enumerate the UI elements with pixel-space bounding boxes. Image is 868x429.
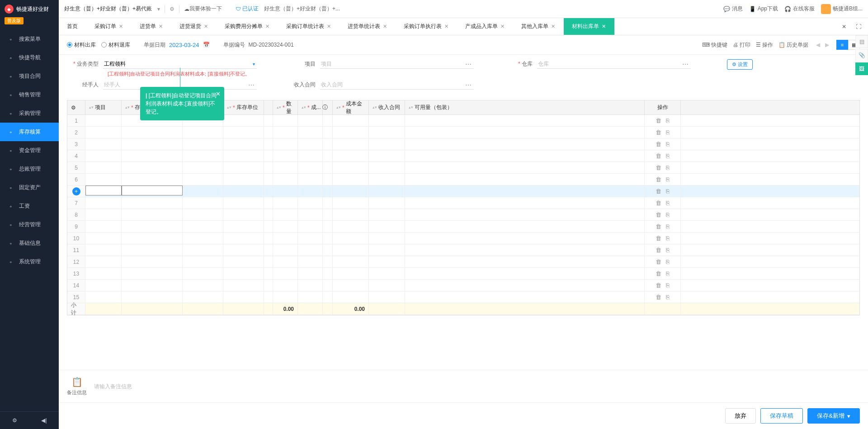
cell[interactable]: [223, 221, 264, 232]
save-new-button[interactable]: 保存&新增 ▾: [807, 408, 860, 424]
cell[interactable]: [223, 268, 264, 279]
cell[interactable]: [85, 197, 122, 209]
cell-edit[interactable]: [122, 186, 183, 195]
cell[interactable]: [183, 209, 223, 220]
cell[interactable]: [323, 221, 333, 232]
delete-icon[interactable]: 🗑: [656, 141, 661, 148]
close-icon[interactable]: ✕: [383, 24, 387, 29]
copy-icon[interactable]: ⎘: [666, 223, 670, 230]
chevron-down-icon[interactable]: ▾: [253, 62, 255, 67]
cell[interactable]: [273, 221, 298, 232]
tab[interactable]: 首页: [59, 18, 86, 35]
cell[interactable]: [405, 291, 645, 303]
delete-icon[interactable]: 🗑: [656, 211, 661, 218]
copy-icon[interactable]: ⎘: [666, 294, 670, 300]
cell[interactable]: [369, 256, 405, 267]
cell[interactable]: [369, 233, 405, 244]
sidebar-item-info[interactable]: ▫基础信息: [0, 234, 59, 253]
cell[interactable]: [323, 268, 333, 279]
cell[interactable]: [122, 127, 183, 138]
cell[interactable]: [264, 115, 273, 126]
sidebar-item-salary[interactable]: ▫工资: [0, 197, 59, 215]
copy-icon[interactable]: ⎘: [666, 235, 670, 242]
delete-icon[interactable]: 🗑: [656, 258, 661, 265]
cell[interactable]: [369, 186, 405, 197]
cell[interactable]: [369, 209, 405, 220]
cell[interactable]: [264, 174, 273, 185]
cell[interactable]: [323, 233, 333, 244]
col-amount[interactable]: ▴▾*成本金额: [333, 100, 369, 114]
abandon-button[interactable]: 放弃: [725, 408, 756, 424]
cell[interactable]: [298, 268, 323, 279]
cell[interactable]: [183, 197, 223, 209]
cell[interactable]: [405, 256, 645, 267]
cell[interactable]: [298, 115, 323, 126]
cell[interactable]: [333, 221, 369, 232]
cell[interactable]: [323, 186, 333, 197]
close-all-icon[interactable]: ✕: [838, 21, 850, 33]
cell[interactable]: [323, 127, 333, 138]
cell[interactable]: [405, 138, 645, 150]
cell[interactable]: [333, 244, 369, 256]
cell[interactable]: [223, 138, 264, 150]
cell[interactable]: [122, 174, 183, 185]
cell[interactable]: [85, 162, 122, 173]
settings-button[interactable]: ⚙ 设置: [727, 59, 753, 70]
table-row[interactable]: 8🗑⎘: [67, 209, 859, 221]
cell[interactable]: [323, 150, 333, 162]
cell[interactable]: [323, 209, 333, 220]
cell[interactable]: [369, 138, 405, 150]
close-icon[interactable]: ✕: [159, 24, 163, 29]
copy-icon[interactable]: ⎘: [666, 153, 670, 159]
cell[interactable]: [298, 209, 323, 220]
radio-return[interactable]: 材料退库: [101, 41, 130, 49]
copy-icon[interactable]: ⎘: [666, 270, 670, 277]
cell[interactable]: [405, 162, 645, 173]
cell[interactable]: [264, 197, 273, 209]
cell[interactable]: [333, 186, 369, 197]
more-icon[interactable]: ⋯: [248, 81, 255, 89]
cell[interactable]: [223, 280, 264, 291]
cell[interactable]: [264, 256, 273, 267]
cell[interactable]: [264, 209, 273, 220]
tab[interactable]: 进货单✕: [132, 18, 171, 35]
copy-icon[interactable]: ⎘: [666, 117, 670, 124]
collapse-icon[interactable]: ◀|: [29, 412, 59, 429]
cell[interactable]: [122, 244, 183, 256]
cell[interactable]: [323, 197, 333, 209]
cell[interactable]: [273, 280, 298, 291]
copy-icon[interactable]: ⎘: [666, 247, 670, 253]
col-contract[interactable]: ▴▾收入合同: [369, 100, 405, 114]
cell[interactable]: [405, 186, 645, 197]
copy-icon[interactable]: ⎘: [666, 258, 670, 265]
cell[interactable]: [405, 174, 645, 185]
cell[interactable]: [122, 291, 183, 303]
col-qty[interactable]: ▴▾*数量: [273, 100, 298, 114]
table-row[interactable]: 4🗑⎘: [67, 150, 859, 162]
cell[interactable]: [369, 197, 405, 209]
combo-dropdown-icon[interactable]: ▾: [157, 6, 160, 12]
copy-icon[interactable]: ⎘: [666, 188, 670, 195]
cell[interactable]: [298, 162, 323, 173]
cell[interactable]: [405, 233, 645, 244]
cell[interactable]: [323, 138, 333, 150]
cell[interactable]: [183, 174, 223, 185]
col-avail[interactable]: ▴▾可用量（包装）: [405, 100, 645, 114]
cell[interactable]: [223, 291, 264, 303]
cell[interactable]: [273, 256, 298, 267]
cell[interactable]: [223, 256, 264, 267]
cell[interactable]: [369, 244, 405, 256]
history-link[interactable]: 📋 历史单据: [778, 41, 808, 49]
cell[interactable]: [223, 233, 264, 244]
cell[interactable]: [183, 291, 223, 303]
delete-icon[interactable]: 🗑: [656, 200, 661, 206]
rail-list-icon[interactable]: ▤: [855, 35, 868, 48]
cell[interactable]: [223, 150, 264, 162]
table-row[interactable]: 13🗑⎘: [67, 268, 859, 280]
cell[interactable]: [273, 268, 298, 279]
cell[interactable]: [298, 197, 323, 209]
table-row[interactable]: 15🗑⎘: [67, 291, 859, 303]
sidebar-item-asset[interactable]: ▫固定资产: [0, 178, 59, 197]
table-row[interactable]: 9🗑⎘: [67, 221, 859, 233]
sidebar-item-search[interactable]: ▫搜索菜单: [0, 30, 59, 48]
